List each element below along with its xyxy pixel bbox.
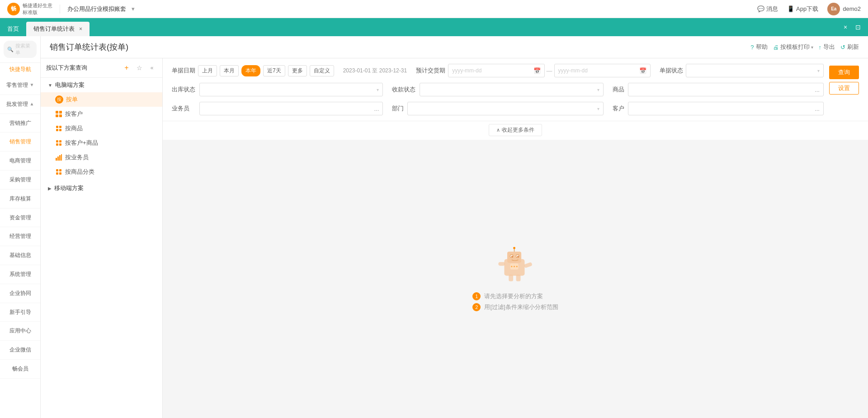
customer-input[interactable]: ... <box>628 102 824 115</box>
by-sp-label: 按业务员 <box>65 153 89 162</box>
wholesale-expand-icon: ▲ <box>30 101 34 107</box>
sidebar-item-inventory[interactable]: 库存核算 <box>0 190 40 209</box>
export-action[interactable]: ↑ 导出 <box>819 43 835 51</box>
content-area: 销售订单统计表(按单) ? 帮助 🖨 按模板打印 ▾ ↑ 导出 ↺ 刷新 <box>41 36 868 418</box>
sidebar-item-appcenter[interactable]: 应用中心 <box>0 322 40 341</box>
sidebar-item-newuser[interactable]: 新手引导 <box>0 303 40 322</box>
goods-area: 商品 ... <box>613 83 824 96</box>
expected-date-start[interactable]: yyyy-mm-dd 📅 <box>448 64 544 77</box>
salesperson-input[interactable]: ... <box>199 102 383 115</box>
filter-row-2: 出库状态 ▾ 收款状态 <box>172 83 824 96</box>
sidebar-item-basic[interactable]: 基础信息 <box>0 246 40 265</box>
svg-rect-14 <box>59 155 61 161</box>
tree-expand-icon: ▼ <box>48 83 52 88</box>
step-2-num: 2 <box>472 303 481 311</box>
by-order-label: 按单 <box>66 95 78 104</box>
sidebar: 🔍 搜索菜单 快捷导航 零售管理 ▼ 批发管理 ▲ 营销推广 销售管理 电商管理… <box>0 36 41 418</box>
collapse-panel-icon[interactable]: « <box>147 63 157 73</box>
goods-more-icon[interactable]: ... <box>815 86 820 93</box>
query-button[interactable]: 查询 <box>829 66 859 79</box>
message-action[interactable]: 💬 消息 <box>757 5 778 13</box>
collapse-button[interactable]: ∧ 收起更多条件 <box>489 124 542 136</box>
sidebar-item-wholesale[interactable]: 批发管理 ▲ <box>0 95 40 114</box>
quick-nav-label[interactable]: 快捷导航 <box>0 63 40 76</box>
app-download-action[interactable]: 📱 App下载 <box>787 5 818 13</box>
tab-close-all-btn[interactable]: × <box>841 23 850 32</box>
page-header: 销售订单统计表(按单) ? 帮助 🖨 按模板打印 ▾ ↑ 导出 ↺ 刷新 <box>41 36 868 58</box>
svg-point-25 <box>517 256 519 257</box>
svg-point-34 <box>514 266 515 267</box>
filter-top-area: 单据日期 上月 本月 本年 近7天 更多 自定义 2023-01-01 至 20… <box>163 58 868 117</box>
settings-button[interactable]: 设置 <box>829 82 859 95</box>
date-btn-7days[interactable]: 近7天 <box>263 65 285 76</box>
salesperson-more-icon[interactable]: ... <box>374 105 379 112</box>
customer-more-icon[interactable]: ... <box>815 105 820 112</box>
ship-status-select[interactable]: ▾ <box>199 83 383 96</box>
tree-desktop-schemes[interactable]: ▼ 电脑端方案 <box>41 78 162 92</box>
tab-close-icon[interactable]: × <box>79 26 82 32</box>
tab-fullscreen-btn[interactable]: ⊡ <box>854 23 863 32</box>
sidebar-item-sales[interactable]: 销售管理 <box>0 133 40 152</box>
sidebar-item-marketing[interactable]: 营销推广 <box>0 114 40 133</box>
sidebar-item-system[interactable]: 系统管理 <box>0 265 40 284</box>
expected-date-end[interactable]: yyyy-mm-dd 📅 <box>554 64 651 77</box>
tab-sales-order[interactable]: 销售订单统计表 × <box>26 22 90 36</box>
page-title: 销售订单统计表(按单) <box>50 42 128 58</box>
tree-item-by-customer-goods[interactable]: 按客户+商品 <box>41 136 162 150</box>
step-1-text: 请先选择要分析的方案 <box>484 292 543 300</box>
add-scheme-icon[interactable]: + <box>122 63 132 73</box>
tree-item-by-salesperson[interactable]: 按业务员 <box>41 150 162 165</box>
print-label: 按模板打印 <box>780 43 810 51</box>
tree-parent: ▼ 电脑端方案 按 按单 按客户 <box>41 78 162 195</box>
order-status-select[interactable]: ▾ <box>686 64 824 77</box>
collapse-area: ∧ 收起更多条件 <box>163 121 868 140</box>
tree-item-by-order[interactable]: 按 按单 <box>41 92 162 107</box>
sidebar-item-wechat[interactable]: 企业微信 <box>0 341 40 360</box>
sidebar-item-member[interactable]: 畅会员 <box>0 360 40 379</box>
tree-item-by-category[interactable]: 按商品分类 <box>41 165 162 179</box>
sidebar-item-management[interactable]: 经营管理 <box>0 227 40 246</box>
tree-item-by-goods[interactable]: 按商品 <box>41 121 162 136</box>
sidebar-item-finance[interactable]: 资金管理 <box>0 209 40 228</box>
tab-bar: 首页 销售订单统计表 × × ⊡ <box>0 18 868 36</box>
date-btn-custom[interactable]: 自定义 <box>310 65 334 76</box>
sidebar-search-area: 🔍 搜索菜单 <box>0 36 40 63</box>
pay-status-select[interactable]: ▾ <box>420 83 603 96</box>
divider <box>60 5 60 14</box>
svg-rect-2 <box>56 114 58 117</box>
sidebar-item-purchase[interactable]: 采购管理 <box>0 171 40 190</box>
svg-point-33 <box>511 266 512 267</box>
customer-area: 客户 ... <box>613 102 824 115</box>
sidebar-item-enterprise[interactable]: 企业协同 <box>0 284 40 303</box>
tab-home[interactable]: 首页 <box>0 22 26 36</box>
sidebar-item-ecom[interactable]: 电商管理 <box>0 152 40 171</box>
refresh-action[interactable]: ↺ 刷新 <box>840 43 859 51</box>
calendar-end-icon: 📅 <box>639 67 646 74</box>
title-dropdown-icon[interactable]: ▾ <box>132 5 135 12</box>
page-header-actions: ? 帮助 🖨 按模板打印 ▾ ↑ 导出 ↺ 刷新 <box>750 43 859 57</box>
by-order-icon: 按 <box>55 95 63 104</box>
app-title: 办公用品行业模拟账套 <box>67 5 126 13</box>
left-panel: 按以下方案查询 + ☆ « ▼ 电脑端方案 按 按单 <box>41 58 163 418</box>
date-btn-this-month[interactable]: 本月 <box>220 65 239 76</box>
sidebar-item-retail[interactable]: 零售管理 ▼ <box>0 76 40 95</box>
user-area[interactable]: Ea demo2 <box>827 3 861 15</box>
dept-dropdown-icon: ▾ <box>597 106 599 111</box>
goods-input[interactable]: ... <box>628 83 824 96</box>
star-scheme-icon[interactable]: ☆ <box>134 63 144 73</box>
date-btn-this-year[interactable]: 本年 <box>241 65 260 76</box>
filter-rows: 单据日期 上月 本月 本年 近7天 更多 自定义 2023-01-01 至 20… <box>172 64 824 117</box>
empty-hint-container: 1 请先选择要分析的方案 2 用[过滤]条件来缩小分析范围 <box>472 244 558 314</box>
by-cg-label: 按客户+商品 <box>65 139 98 147</box>
help-action[interactable]: ? 帮助 <box>750 43 767 51</box>
tree-mobile-schemes[interactable]: ▶ 移动端方案 <box>41 181 162 195</box>
tree-item-by-customer[interactable]: 按客户 <box>41 107 162 121</box>
date-btn-more[interactable]: 更多 <box>288 65 307 76</box>
print-action[interactable]: 🖨 按模板打印 ▾ <box>773 43 813 51</box>
date-btn-last-month[interactable]: 上月 <box>198 65 217 76</box>
by-cat-icon <box>55 168 62 176</box>
left-panel-header: 按以下方案查询 + ☆ « <box>41 58 162 78</box>
dept-select[interactable]: ▾ <box>407 102 603 115</box>
filter-row-3: 业务员 ... 部门 <box>172 102 824 115</box>
svg-rect-28 <box>498 262 505 266</box>
